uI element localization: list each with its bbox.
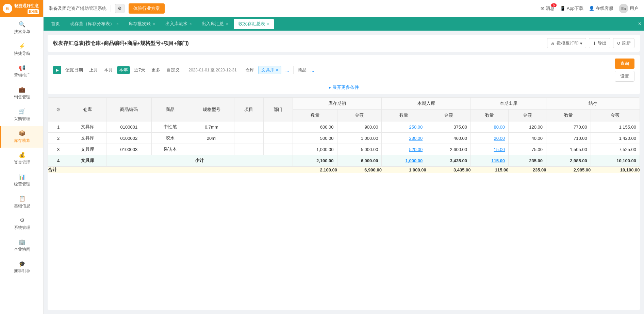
- quick-nav-icon: ⚡: [19, 43, 26, 49]
- tab-inout-flow[interactable]: 出入库流水 ×: [161, 19, 196, 29]
- tab-inout-summary[interactable]: 出入库汇总 ×: [197, 19, 233, 29]
- export-icon: ⬇: [593, 41, 596, 46]
- tabbar-close-all[interactable]: ×: [638, 21, 641, 27]
- date-btn-custom[interactable]: 自定义: [164, 66, 182, 74]
- tab-inout-flow-close[interactable]: ×: [189, 22, 192, 26]
- th-out-group: 本期出库: [471, 98, 546, 110]
- table-row: 3 文具库 0100003 采访本 1,000.00 5,000.00 520.…: [48, 144, 640, 155]
- th-project: 项目: [234, 98, 264, 121]
- filter-toggle[interactable]: ▶: [53, 66, 61, 74]
- phone-icon: 📱: [560, 6, 565, 11]
- warehouse-tag-close[interactable]: ×: [276, 68, 278, 72]
- user-avatar: Ea: [619, 4, 628, 13]
- table-settings-icon[interactable]: ⚙: [56, 107, 61, 112]
- date-buttons: 上月 本月 本年 近7天 更多 自定义: [87, 66, 182, 74]
- sub-no: 4: [48, 155, 69, 167]
- expand-conditions-button[interactable]: ▾ 展开更多条件: [329, 84, 359, 90]
- sidebar-item-purchase[interactable]: 🛒 采购管理: [0, 104, 43, 126]
- cell-project: [234, 121, 264, 133]
- cell-closing-qty: 1,505.00: [546, 144, 591, 155]
- cell-opening-qty: 600.00: [293, 121, 337, 133]
- cell-out-qty[interactable]: 20.00: [471, 133, 509, 144]
- sidebar-item-label-system: 系统管理: [14, 225, 30, 231]
- cell-opening-amt: 1,000.00: [337, 133, 382, 144]
- cell-in-qty[interactable]: 520.00: [382, 144, 426, 155]
- th-settings[interactable]: ⚙: [48, 98, 69, 121]
- tabbar: 首页 现存量（库存分布表） × 库存批次账 × 出入库流水 × 出入库汇总 × …: [44, 17, 644, 31]
- sidebar-item-marketing[interactable]: 📢 营销推广: [0, 61, 43, 82]
- sidebar-item-finance[interactable]: 💰 资金管理: [0, 148, 43, 169]
- sidebar-item-base-info[interactable]: 📋 基础信息: [0, 191, 43, 213]
- tab-collect-summary-close[interactable]: ×: [267, 22, 269, 26]
- tab-inventory-dist[interactable]: 现存量（库存分布表） ×: [65, 19, 123, 29]
- topbar: 装备及固定资产辅助管理系统 ⚙ 体验行业方案 ✉ 消息 6 📱 App下载 👤 …: [44, 0, 644, 17]
- cell-out-qty[interactable]: 80.00: [471, 121, 509, 133]
- date-btn-last-month[interactable]: 上月: [87, 66, 100, 74]
- tab-home[interactable]: 首页: [46, 19, 65, 29]
- total-label: 合计: [48, 166, 293, 173]
- warehouse-ellipsis[interactable]: ...: [285, 68, 289, 73]
- refresh-button[interactable]: ↺ 刷新: [613, 38, 634, 48]
- cell-out-qty[interactable]: 15.00: [471, 144, 509, 155]
- message-item[interactable]: ✉ 消息 6: [541, 5, 555, 12]
- inventory-icon: 📦: [19, 130, 26, 136]
- cell-in-qty[interactable]: 250.00: [382, 121, 426, 133]
- date-btn-more[interactable]: 更多: [149, 66, 162, 74]
- cell-opening-amt: 5,000.00: [337, 144, 382, 155]
- sidebar-item-newbie[interactable]: 🎓 新手引导: [0, 257, 43, 278]
- expand-icon: ▾: [329, 85, 331, 90]
- total-closing-amt: 10,100.00: [591, 166, 640, 173]
- sidebar-item-label-inventory: 库存核算: [14, 138, 30, 144]
- operations-icon: 📊: [19, 173, 26, 180]
- table-row: 1 文具库 0100001 中性笔 0.7mm 600.00 900.00 25…: [48, 121, 640, 133]
- subtotal-row: 4 文具库 小计 2,100.00 6,900.00 1,000.00 3,43…: [48, 155, 640, 167]
- print-icon: 🖨: [551, 41, 555, 46]
- topbar-right: ✉ 消息 6 📱 App下载 👤 在线客服 Ea 用户: [541, 4, 639, 13]
- topbar-settings-button[interactable]: ⚙: [115, 4, 125, 13]
- filter-settings-button[interactable]: 设置: [615, 71, 634, 82]
- sub-opening-amt: 6,900.00: [337, 155, 382, 167]
- print-button[interactable]: 🖨 拨模板打印 ▾: [547, 38, 586, 48]
- system-name: 装备及固定资产辅助管理系统: [49, 5, 106, 12]
- tab-collect-summary[interactable]: 收发存汇总表 ×: [234, 19, 274, 29]
- sidebar-item-inventory[interactable]: 📦 库存核算: [0, 126, 43, 148]
- sidebar: 6 畅捷通好生意 标准版 🔍 搜索菜单 ⚡ 快捷导航 📢 营销推广 💼 销售管理…: [0, 0, 44, 314]
- sidebar-item-system[interactable]: ⚙ 系统管理: [0, 213, 43, 235]
- expand-label: 展开更多条件: [332, 84, 359, 90]
- goods-ellipsis[interactable]: ...: [311, 68, 314, 73]
- date-btn-this-month[interactable]: 本月: [102, 66, 115, 74]
- tab-inventory-dist-close[interactable]: ×: [116, 22, 118, 26]
- export-button[interactable]: ⬇ 导出: [589, 38, 610, 48]
- query-button[interactable]: 查询: [615, 59, 634, 69]
- tab-inout-summary-close[interactable]: ×: [226, 22, 228, 26]
- app-download-item[interactable]: 📱 App下载: [560, 5, 583, 12]
- base-info-icon: 📋: [19, 195, 26, 202]
- tab-batch-ledger-close[interactable]: ×: [153, 22, 155, 26]
- date-btn-this-year[interactable]: 本年: [117, 66, 130, 74]
- online-service-item[interactable]: 👤 在线客服: [589, 5, 613, 12]
- th-closing-group: 结存: [546, 98, 640, 110]
- trial-button[interactable]: 体验行业方案: [129, 3, 165, 14]
- sidebar-item-label-sales: 销售管理: [14, 94, 30, 100]
- tab-home-label: 首页: [51, 21, 60, 27]
- app-download-label: App下载: [567, 5, 583, 12]
- cell-in-amt: 2,600.00: [426, 144, 471, 155]
- sidebar-item-label-enterprise: 企业协同: [14, 247, 30, 252]
- warehouse-tag-text: 文具库: [261, 67, 275, 73]
- th-out-amt: 金额: [509, 110, 546, 121]
- sub-opening-qty: 2,100.00: [293, 155, 337, 167]
- date-btn-7days[interactable]: 近7天: [132, 66, 147, 74]
- sub-out-amt: 235.00: [509, 155, 546, 167]
- app-name: 畅捷通好生意: [14, 3, 39, 9]
- sidebar-item-search[interactable]: 🔍 搜索菜单: [0, 17, 43, 39]
- sidebar-item-quick-nav[interactable]: ⚡ 快捷导航: [0, 39, 43, 61]
- cell-closing-amt: 7,525.00: [591, 144, 640, 155]
- sidebar-item-sales[interactable]: 💼 销售管理: [0, 82, 43, 104]
- sidebar-item-enterprise[interactable]: 🏢 企业协同: [0, 235, 43, 257]
- tab-batch-ledger[interactable]: 库存批次账 ×: [124, 19, 160, 29]
- cell-in-qty[interactable]: 230.00: [382, 133, 426, 144]
- cell-out-amt: 120.00: [509, 121, 546, 133]
- th-opening-amt: 金额: [337, 110, 382, 121]
- user-item[interactable]: Ea 用户: [619, 4, 639, 13]
- sidebar-item-operations[interactable]: 📊 经营管理: [0, 169, 43, 191]
